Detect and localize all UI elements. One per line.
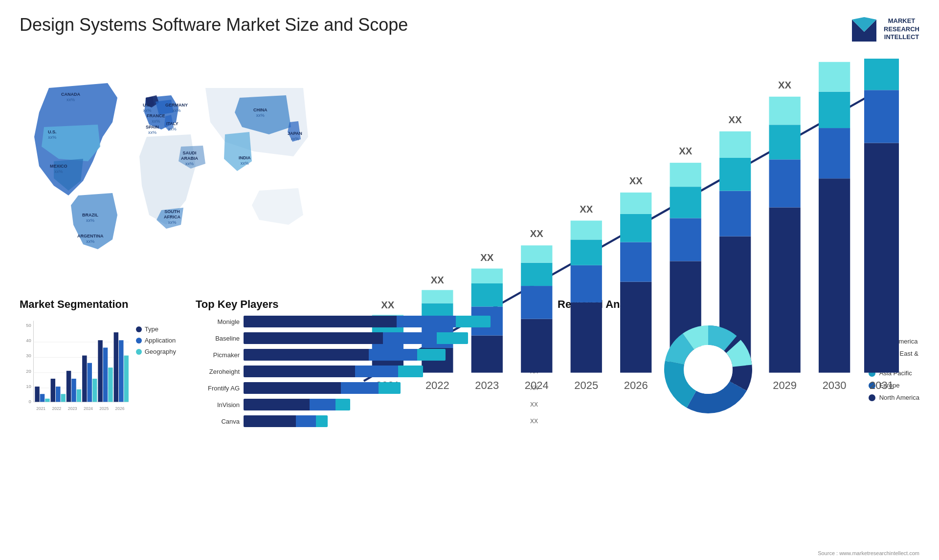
svg-rect-35 bbox=[620, 242, 651, 281]
svg-text:2025: 2025 bbox=[99, 406, 109, 411]
south-africa-label: SOUTHAFRICAxx% bbox=[164, 209, 180, 225]
bar-2031: XX 2031 bbox=[864, 59, 899, 391]
svg-text:2022: 2022 bbox=[52, 406, 61, 411]
svg-text:2031: 2031 bbox=[870, 379, 894, 391]
players-list: Monigle XX Baseline bbox=[196, 316, 538, 427]
list-item: InVision XX bbox=[196, 399, 538, 410]
svg-rect-13 bbox=[422, 290, 453, 303]
bar-2029: XX 2029 bbox=[769, 80, 800, 392]
svg-rect-101 bbox=[114, 332, 118, 402]
svg-point-110 bbox=[684, 345, 733, 394]
player-name: Monigle bbox=[196, 318, 240, 325]
svg-rect-49 bbox=[719, 131, 751, 158]
bar-2024: XX 2024 bbox=[521, 228, 552, 391]
spain-label: SPAINxx% bbox=[146, 125, 159, 135]
logo-text: MARKETRESEARCHINTELLECT bbox=[884, 17, 919, 42]
svg-rect-66 bbox=[864, 59, 899, 90]
svg-rect-86 bbox=[56, 387, 60, 402]
mexico-label: MEXICOxx% bbox=[50, 164, 67, 174]
svg-text:XX: XX bbox=[729, 114, 742, 125]
svg-rect-65 bbox=[864, 90, 899, 143]
logo-area: MARKETRESEARCHINTELLECT bbox=[850, 15, 919, 44]
svg-rect-94 bbox=[88, 363, 92, 402]
uk-label: U.K.xx% bbox=[143, 103, 152, 113]
svg-rect-19 bbox=[471, 269, 503, 283]
svg-rect-55 bbox=[769, 97, 800, 125]
bar-chart-svg: XX 2021 XX 2022 XX bbox=[347, 59, 910, 414]
type-dot bbox=[136, 326, 142, 332]
svg-text:2021: 2021 bbox=[36, 406, 45, 411]
player-name: Baseline bbox=[196, 335, 240, 342]
svg-rect-31 bbox=[571, 220, 602, 239]
saudi-label: SAUDIARABIAxx% bbox=[181, 151, 198, 166]
svg-rect-82 bbox=[40, 394, 45, 402]
donut-svg bbox=[654, 316, 762, 423]
france-label: FRANCExx% bbox=[147, 113, 165, 124]
india-label: INDIAxx% bbox=[239, 155, 251, 166]
brazil-label: BRAZILxx% bbox=[82, 213, 98, 223]
player-name: Frontify AG bbox=[196, 385, 240, 392]
svg-text:2025: 2025 bbox=[574, 379, 598, 391]
application-label: Application bbox=[145, 337, 176, 344]
geography-dot bbox=[136, 349, 142, 355]
svg-rect-52 bbox=[769, 207, 800, 372]
list-item: Picmaker XX bbox=[196, 349, 538, 361]
svg-text:0: 0 bbox=[28, 399, 31, 404]
player-name: Canva bbox=[196, 418, 240, 425]
svg-rect-87 bbox=[61, 394, 65, 402]
seg-chart-svg: 0 10 20 30 40 50 2021 bbox=[20, 316, 131, 423]
seg-legend-geography: Geography bbox=[136, 348, 176, 355]
svg-rect-90 bbox=[71, 379, 76, 402]
donut-container bbox=[654, 316, 762, 423]
player-name: InVision bbox=[196, 401, 240, 409]
player-bar-wrap bbox=[244, 316, 524, 327]
svg-rect-29 bbox=[571, 265, 602, 302]
svg-rect-18 bbox=[471, 283, 503, 306]
player-bar-wrap bbox=[244, 349, 524, 361]
svg-rect-99 bbox=[108, 367, 112, 402]
player-name: Zeroheight bbox=[196, 368, 240, 375]
svg-rect-97 bbox=[98, 340, 102, 402]
application-dot bbox=[136, 338, 142, 344]
seg-layout: 0 10 20 30 40 50 2021 bbox=[20, 316, 176, 423]
svg-rect-28 bbox=[571, 302, 602, 373]
svg-rect-58 bbox=[819, 178, 850, 372]
svg-text:30: 30 bbox=[26, 353, 31, 358]
list-item: Zeroheight XX bbox=[196, 366, 538, 377]
svg-rect-103 bbox=[124, 356, 128, 402]
geography-label: Geography bbox=[145, 348, 176, 355]
bar-2025: XX 2025 bbox=[571, 204, 602, 392]
svg-text:2024: 2024 bbox=[84, 406, 93, 411]
world-map-section: CANADAxx% U.S.xx% MEXICOxx% BRAZILxx% AR… bbox=[20, 49, 323, 283]
player-bar-wrap bbox=[244, 382, 524, 394]
svg-rect-89 bbox=[67, 371, 71, 402]
source-text: Source : www.marketresearchintellect.com bbox=[818, 550, 919, 556]
svg-rect-61 bbox=[819, 62, 850, 92]
bar-chart-section: XX 2021 XX 2022 XX bbox=[328, 49, 919, 283]
bar-2021: XX 2021 bbox=[372, 300, 403, 392]
svg-text:2029: 2029 bbox=[773, 379, 797, 391]
svg-rect-48 bbox=[719, 158, 751, 191]
svg-rect-41 bbox=[670, 218, 701, 261]
player-xx: XX bbox=[530, 418, 538, 425]
bar-2026: XX 2026 bbox=[620, 175, 651, 391]
svg-rect-25 bbox=[521, 245, 552, 263]
svg-text:XX: XX bbox=[679, 146, 693, 156]
list-item: Baseline XX bbox=[196, 332, 538, 344]
svg-text:XX: XX bbox=[381, 300, 395, 310]
japan-label: JAPANxx% bbox=[288, 131, 302, 142]
svg-rect-59 bbox=[819, 128, 850, 178]
svg-rect-98 bbox=[103, 347, 108, 402]
list-item: Monigle XX bbox=[196, 316, 538, 327]
map-container: CANADAxx% U.S.xx% MEXICOxx% BRAZILxx% AR… bbox=[20, 49, 313, 259]
svg-text:XX: XX bbox=[580, 204, 593, 215]
svg-rect-36 bbox=[620, 214, 651, 242]
svg-text:XX: XX bbox=[629, 175, 643, 186]
svg-rect-30 bbox=[571, 239, 602, 265]
svg-text:XX: XX bbox=[778, 80, 792, 90]
svg-text:XX: XX bbox=[480, 252, 494, 263]
china-label: CHINAxx% bbox=[253, 108, 268, 118]
svg-text:2024: 2024 bbox=[525, 379, 549, 391]
svg-rect-95 bbox=[92, 379, 97, 402]
svg-rect-24 bbox=[521, 263, 552, 286]
